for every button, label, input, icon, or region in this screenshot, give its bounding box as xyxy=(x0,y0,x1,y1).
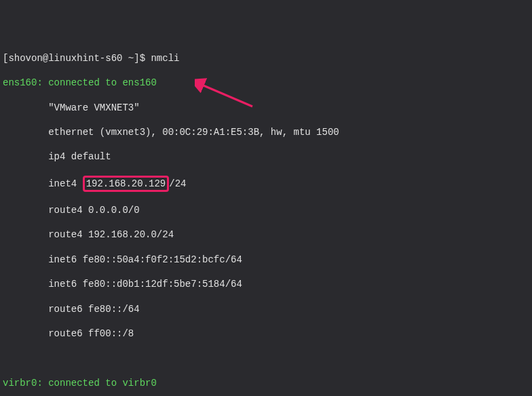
iface1-route6a: route6 fe80::/64 xyxy=(3,303,529,315)
iface1-inet6a: inet6 fe80::50a4:f0f2:15d2:bcfc/64 xyxy=(3,254,529,266)
iface1-ip4def: ip4 default xyxy=(3,151,529,163)
iface1-name: "VMware VMXNET3" xyxy=(3,102,529,114)
iface2-header: virbr0: connected to virbr0 xyxy=(3,377,529,389)
blank1 xyxy=(3,352,529,364)
iface1-route4b: route4 192.168.20.0/24 xyxy=(3,229,529,241)
command: nmcli xyxy=(151,53,179,64)
iface1-route6b: route6 ff00::/8 xyxy=(3,328,529,340)
shell-prompt: [shovon@linuxhint-s60 ~]$ xyxy=(3,53,151,64)
prompt-line: [shovon@linuxhint-s60 ~]$ nmcli xyxy=(3,52,529,64)
iface1-inet4: inet4 192.168.20.129/24 xyxy=(3,176,529,192)
iface1-header: ens160: connected to ens160 xyxy=(3,77,529,89)
ip-highlight: 192.168.20.129 xyxy=(83,176,170,192)
iface1-inet6b: inet6 fe80::d0b1:12df:5be7:5184/64 xyxy=(3,278,529,290)
iface1-detail: ethernet (vmxnet3), 00:0C:29:A1:E5:3B, h… xyxy=(3,126,529,138)
iface1-route4a: route4 0.0.0.0/0 xyxy=(3,204,529,216)
